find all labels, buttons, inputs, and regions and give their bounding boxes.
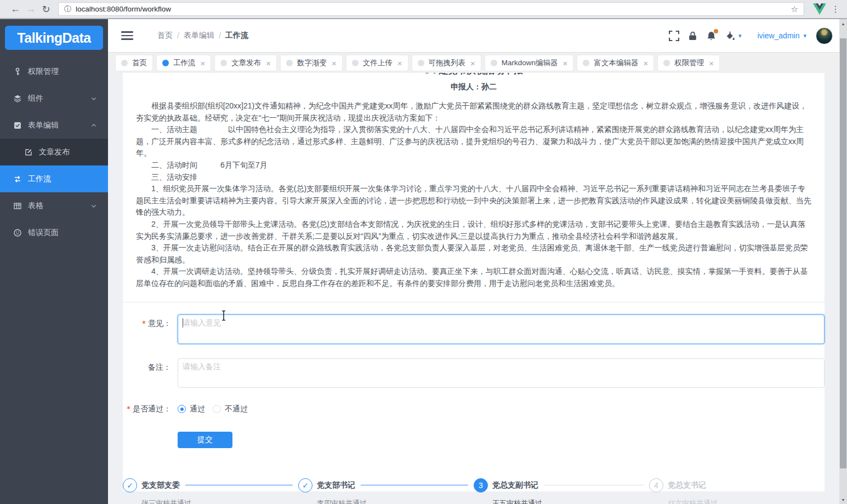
close-icon[interactable]: × (397, 59, 402, 67)
sidebar-item-label: 文章发布 (39, 147, 70, 157)
breadcrumb-home[interactable]: 首页 (157, 31, 173, 41)
sidebar-item-permission[interactable]: 权限管理 (0, 58, 108, 85)
scrollbar-thumb[interactable] (840, 38, 846, 468)
close-icon[interactable]: × (201, 59, 206, 67)
theme-caret-icon[interactable]: ▾ (738, 32, 742, 39)
opinion-label: 意见： (123, 314, 178, 344)
sidebar-item-form-edit[interactable]: 表单编辑 (0, 112, 108, 139)
breadcrumb-form-edit[interactable]: 表单编辑 (184, 31, 214, 41)
step-connector (185, 485, 293, 485)
doc-paragraph: 一、活动主题 以中国特色社会主义理论为指导，深入贯彻落实党的十八大、十八届四中全… (136, 124, 811, 159)
radio-reject[interactable]: 不通过 (213, 404, 248, 414)
radio-pass[interactable]: 通过 (178, 404, 205, 414)
tab-number-gradient[interactable]: 数字渐变× (280, 55, 343, 71)
tab-dot (121, 60, 128, 66)
url-text[interactable]: localhost:8080/form/workflow (76, 5, 791, 13)
scrollbar-up-icon[interactable]: ▲ (839, 19, 847, 28)
tab-label: Markdown编辑器 (502, 58, 558, 68)
username[interactable]: iview_admin (757, 31, 799, 40)
tab-dot (418, 60, 424, 66)
tab-label: 数字渐变 (297, 58, 327, 68)
tab-label: 文章发布 (231, 58, 261, 68)
browser-reload-icon[interactable]: ↻ (38, 3, 54, 15)
chevron-up-icon (90, 122, 97, 129)
swap-icon (13, 175, 22, 184)
close-icon[interactable]: × (470, 59, 475, 67)
tab-label: 首页 (132, 58, 147, 68)
submit-button[interactable]: 提交 (178, 432, 232, 448)
sidebar-item-table[interactable]: 表格 (0, 192, 108, 219)
opinion-textarea[interactable] (178, 314, 825, 344)
user-caret-icon[interactable]: ▾ (803, 32, 806, 39)
browser-back-icon[interactable]: ← (8, 3, 23, 15)
tab-permission[interactable]: 权限管理× (657, 55, 720, 71)
remark-textarea[interactable] (178, 358, 825, 388)
doc-paragraph: 根据县委组织部(组织[20xx]21)文件通知精神，为纪念中国共产党建党xx周年… (136, 100, 811, 124)
address-bar[interactable]: ⓘ localhost:8080/form/workflow ☆ (58, 2, 804, 16)
approval-steps: ✓ 党支部支委 张三审核并通过 ✓ 党支部书记 李四审核并通过 (123, 478, 825, 504)
checkbox-icon (13, 121, 22, 130)
step-connector (544, 485, 644, 485)
open-tabs-bar: 首页 工作流× 文章发布× 数字渐变× 文件上传× 可拖拽列表× Markdow… (108, 52, 847, 73)
browser-forward-icon[interactable]: → (23, 3, 38, 15)
sidebar-menu: 权限管理 组件 表单编辑 文章发布 工作流 (0, 58, 108, 246)
close-icon[interactable]: × (266, 59, 271, 67)
step-2: ✓ 党支部书记 李四审核并通过 (298, 478, 474, 504)
compose-icon (24, 148, 33, 157)
tab-label: 可拖拽列表 (429, 58, 466, 68)
step-title: 党支部支委 (141, 480, 180, 490)
close-icon[interactable]: × (709, 59, 714, 67)
tab-workflow[interactable]: 工作流× (156, 55, 211, 71)
notification-bell-icon[interactable] (706, 31, 717, 41)
tab-dot (583, 60, 589, 66)
tab-file-upload[interactable]: 文件上传× (346, 55, 408, 71)
close-icon[interactable]: × (332, 59, 337, 67)
tab-dot (352, 60, 359, 66)
hamburger-menu-icon[interactable] (121, 29, 133, 42)
divider (123, 302, 825, 302)
sidebar-item-components[interactable]: 组件 (0, 85, 108, 112)
app-logo[interactable]: TalkingData (5, 26, 103, 50)
tab-richtext-editor[interactable]: 富文本编辑器× (577, 55, 654, 71)
doc-paragraph: 二、活动时间 6月下旬至7月 (136, 159, 811, 171)
chevron-down-icon (90, 203, 97, 209)
step-title: 党支部书记 (317, 480, 355, 490)
sidebar-item-error-page[interactable]: 错误页面 (0, 219, 108, 246)
tab-article-publish[interactable]: 文章发布× (214, 55, 277, 71)
close-icon[interactable]: × (563, 59, 568, 67)
tab-label: 文件上传 (363, 58, 393, 68)
sidebar: TalkingData 权限管理 组件 表单编辑 文章发布 (0, 19, 108, 504)
tab-drag-list[interactable]: 可拖拽列表× (412, 55, 481, 71)
layers-icon (13, 94, 22, 103)
close-icon[interactable]: × (643, 59, 648, 67)
vue-devtools-icon[interactable] (813, 3, 826, 15)
breadcrumb-current: 工作流 (225, 31, 248, 41)
sidebar-item-article-publish[interactable]: 文章发布 (0, 139, 108, 165)
bookmark-star-icon[interactable]: ☆ (791, 4, 798, 14)
scrollbar-down-icon[interactable]: ▼ (839, 495, 847, 504)
tab-markdown-editor[interactable]: Markdown编辑器× (485, 55, 574, 71)
doc-paragraph: 三、活动安排 (136, 171, 811, 184)
theme-paint-icon[interactable] (725, 31, 735, 41)
fullscreen-icon[interactable] (669, 31, 679, 41)
step-desc: 王五审核并通过 (492, 499, 649, 504)
step-title: 党总支副书记 (492, 480, 538, 490)
page-info-icon[interactable]: ⓘ (64, 4, 71, 14)
document-applicant: 申报人：孙二 (123, 82, 825, 92)
tab-label: 富文本编辑器 (594, 58, 638, 68)
avatar[interactable] (816, 27, 833, 44)
sidebar-item-workflow[interactable]: 工作流 (0, 165, 108, 192)
page-scrollbar[interactable]: ▲ ▼ (839, 19, 847, 504)
step-desc: 李四审核并通过 (317, 499, 474, 504)
step-3: 3 党总支副书记 王五审核并通过 (474, 478, 649, 504)
tab-home[interactable]: 首页 (115, 55, 153, 71)
document-title: 8：建党节庆祝活动申报 (123, 73, 825, 77)
breadcrumb: 首页 / 表单编辑 / 工作流 (157, 31, 248, 41)
workflow-card: 8：建党节庆祝活动申报 申报人：孙二 根据县委组织部(组织[20xx]21)文件… (123, 73, 825, 491)
lock-icon[interactable] (687, 31, 698, 41)
step-4: 4 党总支书记 赵六审核并通过 (649, 478, 825, 504)
sidebar-item-label: 表格 (28, 201, 43, 211)
browser-toolbar: ← → ↻ ⓘ localhost:8080/form/workflow ☆ ⋮ (0, 0, 847, 19)
notification-badge (714, 29, 718, 33)
browser-menu-icon[interactable]: ⋮ (829, 4, 842, 14)
